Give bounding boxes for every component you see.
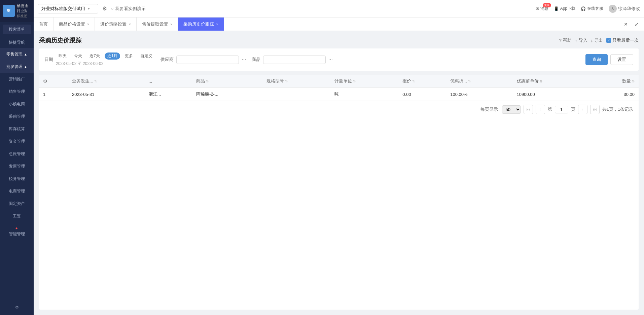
- export-icon: ↓: [591, 38, 593, 43]
- date-option-7days[interactable]: 近7天: [87, 53, 103, 60]
- th-orig-price-sort[interactable]: 优惠前单价 ⇅: [517, 78, 587, 84]
- supplier-dots[interactable]: ···: [242, 57, 246, 63]
- table-body: 1 2023-05-31 浙江... 丙烯酸-2-... 吨 0.00 100.…: [39, 88, 639, 101]
- th-spec-sort[interactable]: 规格型号 ⇅: [266, 78, 326, 84]
- cell-spec: [262, 88, 330, 101]
- sort-icon: ⇅: [468, 79, 471, 83]
- column-settings-icon[interactable]: ⚙: [43, 78, 47, 84]
- user-menu[interactable]: 人 徐泽华修改: [609, 5, 640, 13]
- quick-nav-button[interactable]: 快捷导航: [0, 37, 34, 48]
- sidebar-item-invoice[interactable]: 发票管理: [0, 160, 34, 173]
- page-input[interactable]: [555, 106, 568, 113]
- sidebar-item-ecommerce-small[interactable]: 小畅电商: [0, 98, 34, 110]
- date-filter-col: 昨天 今天 近7天 近1月 更多 自定义 2023-05-02 至 2023-0…: [56, 53, 155, 67]
- sidebar-item-finance[interactable]: 资金管理: [0, 135, 34, 148]
- sidebar-item-label: 销售管理: [9, 89, 25, 95]
- tab-home-label: 首页: [39, 21, 48, 27]
- app-download-button[interactable]: 📱 App下载: [554, 6, 575, 11]
- tab-history-price[interactable]: 采购历史价跟踪 ×: [178, 18, 224, 31]
- export-button[interactable]: ↓ 导出: [591, 37, 603, 43]
- settings-icon[interactable]: ⚙: [102, 5, 107, 12]
- settings-button[interactable]: 设置: [610, 54, 633, 65]
- date-option-today[interactable]: 今天: [71, 53, 85, 60]
- sidebar-item-ecommerce[interactable]: 电商管理: [0, 185, 34, 198]
- th-price: 报价 ⇅: [398, 75, 446, 88]
- next-page-button[interactable]: ›: [578, 105, 587, 114]
- th-price-sort[interactable]: 报价 ⇅: [402, 78, 442, 84]
- query-button[interactable]: 查询: [585, 54, 608, 65]
- download-icon: 📱: [554, 6, 559, 11]
- sort-icon: ⇅: [285, 79, 288, 83]
- only-latest-checkbox[interactable]: [606, 38, 611, 43]
- user-name: 徐泽华修改: [618, 6, 640, 12]
- sidebar-item-inventory[interactable]: 库存核算: [0, 123, 34, 135]
- user-avatar: 人: [609, 5, 617, 13]
- message-icon: ✉: [536, 6, 539, 11]
- sidebar-settings-button[interactable]: ⚙: [1, 302, 32, 312]
- th-product-sort[interactable]: 商品 ⇅: [196, 78, 258, 84]
- first-page-button[interactable]: ⏮: [524, 105, 533, 114]
- messages-button[interactable]: ✉ 消息 99+: [536, 6, 548, 11]
- app-selector[interactable]: 好业财标准版交付试用 ▼: [38, 4, 98, 13]
- th-discount-sort[interactable]: 优惠折... ⇅: [450, 78, 508, 84]
- supplier-filter-group: 供应商 ···: [160, 56, 246, 64]
- sidebar-item-payroll[interactable]: 工资: [0, 210, 34, 222]
- tab-price-close[interactable]: ×: [87, 22, 89, 26]
- sidebar-item-purchase[interactable]: 采购管理: [0, 110, 34, 123]
- help-link[interactable]: ? 帮助: [559, 37, 572, 43]
- app-logo-icon: 财: [3, 5, 15, 17]
- th-unit-sort[interactable]: 计量单位 ⇅: [334, 78, 394, 84]
- per-page-select[interactable]: 20 50 100 200: [502, 105, 521, 114]
- sidebar: 财 畅捷通好业财 标准版 搜索菜单 快捷导航 零售管理 ▲ 批发管理 ▲ 营销推…: [0, 0, 34, 315]
- th-date-sort[interactable]: 业务发生... ⇅: [72, 78, 141, 84]
- th-discount: 优惠折... ⇅: [446, 75, 512, 88]
- prev-page-button[interactable]: ‹: [536, 105, 545, 114]
- th-dots-sort[interactable]: ...: [149, 79, 188, 84]
- th-qty-sort[interactable]: 数量 ⇅: [595, 78, 635, 84]
- pagination: 每页显示 20 50 100 200 ⏮ ‹ 第 页 › ⏭ 共1页，1条记录: [39, 101, 639, 117]
- tab-close-all-button[interactable]: ✕: [621, 20, 631, 29]
- sidebar-item-smart[interactable]: ●智能管理: [0, 222, 34, 240]
- date-option-more[interactable]: 更多: [122, 53, 136, 60]
- sidebar-item-tax[interactable]: 税务管理: [0, 173, 34, 185]
- tab-strategy[interactable]: 进价策略设置 ×: [95, 18, 136, 31]
- import-button[interactable]: ↑ 导入: [575, 37, 587, 43]
- date-option-yesterday[interactable]: 昨天: [56, 53, 69, 60]
- date-option-custom[interactable]: 自定义: [138, 53, 155, 60]
- sidebar-item-retail[interactable]: 零售管理 ▲: [0, 48, 34, 61]
- cell-unit: 吨: [330, 88, 398, 101]
- sidebar-item-label: 税务管理: [9, 176, 25, 182]
- tab-price[interactable]: 商品价格设置 ×: [53, 18, 95, 31]
- tab-expand-button[interactable]: ⤢: [632, 20, 641, 29]
- chevron-icon: ▲: [24, 65, 27, 69]
- sidebar-logo-text-block: 畅捷通好业财 标准版: [17, 3, 31, 19]
- demo-link[interactable]: ○ 我要看实例演示: [111, 6, 146, 12]
- topbar: 好业财标准版交付试用 ▼ ⚙ ○ 我要看实例演示 ✉ 消息 99+ 📱 App下…: [34, 0, 644, 18]
- tab-sale-price[interactable]: 售价提取设置 ×: [137, 18, 178, 31]
- tab-price-label: 商品价格设置: [59, 21, 85, 27]
- page-label: 第: [548, 106, 552, 112]
- tab-history-price-close[interactable]: ×: [216, 22, 218, 26]
- search-menu-button[interactable]: 搜索菜单: [3, 25, 31, 34]
- only-latest-checkbox-label[interactable]: 只看最后一次: [606, 37, 639, 43]
- page-header: 采购历史价跟踪 ? 帮助 ↑ 导入 ↓ 导出 只看最后一次: [39, 36, 639, 44]
- data-table: ⚙ 业务发生... ⇅ ...: [39, 75, 639, 101]
- date-option-1month[interactable]: 近1月: [105, 53, 120, 60]
- message-badge: 99+: [543, 3, 551, 7]
- supplier-input[interactable]: [176, 56, 239, 64]
- sidebar-item-wholesale[interactable]: 批发管理 ▲: [0, 61, 34, 73]
- product-dots[interactable]: ···: [328, 57, 333, 63]
- tab-home[interactable]: 首页: [34, 18, 53, 31]
- sidebar-item-ledger[interactable]: 总账管理: [0, 148, 34, 160]
- product-input[interactable]: [263, 56, 326, 64]
- th-gear[interactable]: ⚙: [39, 75, 68, 88]
- tab-sale-price-close[interactable]: ×: [170, 22, 172, 26]
- filter-bar: 日期 昨天 今天 近7天 近1月 更多 自定义 2023-05-02 至 202…: [39, 48, 639, 71]
- last-page-button[interactable]: ⏭: [590, 105, 600, 114]
- date-range-text: 2023-05-02 至 2023-06-02: [56, 61, 155, 67]
- sidebar-item-assets[interactable]: 固定资产: [0, 198, 34, 210]
- online-service-button[interactable]: 🎧 在线客服: [581, 6, 603, 11]
- sidebar-item-marketing[interactable]: 营销推广: [0, 73, 34, 85]
- sidebar-item-sales[interactable]: 销售管理: [0, 85, 34, 98]
- tab-strategy-close[interactable]: ×: [129, 22, 131, 26]
